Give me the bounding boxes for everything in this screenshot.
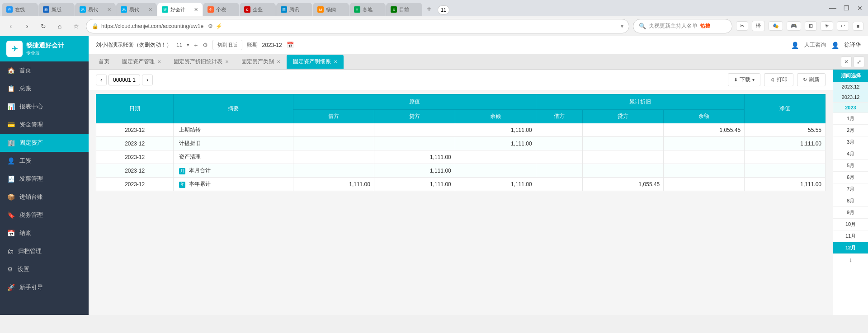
add-account-btn[interactable]: + — [194, 42, 198, 49]
browser-tab-gs[interactable]: 个 个税 — [203, 3, 239, 16]
tab-fixed-asset-mgmt-close[interactable]: ✕ — [157, 59, 161, 64]
page-expand-button[interactable]: ⤢ — [854, 56, 864, 67]
sidebar-item-tax-mgmt[interactable]: 🔖 税务管理 — [0, 206, 89, 224]
window-restore[interactable]: ❐ — [840, 2, 853, 14]
period-month-2[interactable]: 2月 — [833, 125, 868, 136]
tab-close-yd1[interactable]: ✕ — [107, 7, 111, 13]
notification-badge[interactable]: 11 — [438, 5, 449, 14]
tab-label-qy: 企业 — [253, 6, 263, 13]
browser-tab-qy[interactable]: C 企业 — [240, 3, 276, 16]
nav-back[interactable]: ‹ — [5, 20, 17, 33]
sidebar-item-fixed-assets[interactable]: 🏢 固定资产 — [0, 134, 89, 152]
sidebar-item-archive-mgmt[interactable]: 🗂 归档管理 — [0, 242, 89, 260]
nav-home[interactable]: ⌂ — [53, 20, 66, 33]
period-month-6[interactable]: 6月 — [833, 172, 868, 183]
row1-accum-debit — [536, 123, 583, 137]
calendar-icon[interactable]: 📅 — [287, 42, 294, 48]
sidebar-item-close-account[interactable]: 📅 结账 — [0, 224, 89, 242]
search-bar[interactable]: 🔍 央视更新主持人名单 热搜 — [633, 19, 732, 33]
sidebar-item-new-guide[interactable]: 🚀 新手引导 — [0, 278, 89, 296]
period-month-12[interactable]: 12月 — [833, 242, 868, 254]
undo-btn[interactable]: ↩ — [837, 21, 849, 31]
page-close-button[interactable]: ✕ — [841, 56, 852, 67]
nav-bookmark[interactable]: ☆ — [70, 20, 82, 33]
game-btn[interactable]: 🎮 — [787, 21, 801, 31]
sidebar-item-general-ledger[interactable]: 📋 总账 — [0, 80, 89, 98]
sidebar-item-invoice-mgmt[interactable]: 🧾 发票管理 — [0, 170, 89, 188]
browser-tab-tx[interactable]: 腾 腾讯 — [276, 3, 312, 16]
browser-tab-cg[interactable]: M 畅购 — [313, 3, 349, 16]
browser-tab-yd2[interactable]: 易 易代 ✕ — [116, 3, 157, 16]
download-button[interactable]: ⬇ 下载 ▾ — [728, 73, 760, 86]
row1-orig-balance: 1,111.00 — [455, 123, 536, 137]
refresh-button[interactable]: ↻ 刷新 — [797, 73, 826, 86]
new-tab-button[interactable]: + — [423, 3, 435, 15]
sidebar-item-payroll[interactable]: 👤 工资 — [0, 152, 89, 170]
address-field[interactable]: 🔒 https://cloud.chanjet.com/accounting/u… — [86, 19, 629, 33]
next-page-button[interactable]: › — [142, 75, 153, 85]
service-label[interactable]: 人工咨询 — [804, 41, 826, 49]
window-minimize[interactable]: — — [826, 2, 839, 14]
sidebar-item-settings[interactable]: ⚙ 设置 — [0, 260, 89, 278]
switch-version-button[interactable]: 切到旧版 — [212, 40, 242, 50]
row4-orig-debit — [293, 164, 374, 178]
tab-fixed-asset-cat[interactable]: 固定资产类别 ✕ — [235, 55, 287, 69]
print-button[interactable]: 🖨 打印 — [764, 73, 793, 86]
page-number-input[interactable] — [108, 75, 140, 85]
emoji-btn[interactable]: 🎭 — [769, 21, 783, 31]
header-accumulated-depreciation: 累计折旧 — [536, 94, 745, 110]
period-month-3[interactable]: 3月 — [833, 136, 868, 148]
tab-label-gd: 各地 — [363, 6, 373, 13]
browser-tab-yd1[interactable]: 易 易代 ✕ — [75, 3, 116, 16]
period-year-header: 2023 — [833, 103, 868, 113]
row4-accum-debit — [536, 164, 583, 178]
period-month-9[interactable]: 9月 — [833, 207, 868, 219]
tab-close-yd2[interactable]: ✕ — [148, 7, 152, 13]
tab-fixed-asset-detail-close[interactable]: ✕ — [334, 59, 337, 64]
sidebar-item-home[interactable]: 🏠 首页 — [0, 61, 89, 80]
settings2-icon[interactable]: ⚙ — [203, 42, 208, 48]
period-month-7[interactable]: 7月 — [833, 183, 868, 195]
browser-tab-hjj[interactable]: 好 好会计 ✕ — [157, 3, 203, 16]
period-month-4[interactable]: 4月 — [833, 148, 868, 160]
sidebar-item-purchase-sales[interactable]: 📦 进销台账 — [0, 188, 89, 206]
row5-accum-credit: 1,055.45 — [583, 178, 664, 191]
browser-tab-xb[interactable]: 新 新版 — [38, 3, 75, 16]
window-close[interactable]: ✕ — [854, 2, 866, 14]
tab-fixed-asset-mgmt[interactable]: 固定资产管理 ✕ — [116, 55, 167, 69]
browser-tab-gd[interactable]: ≡ 各地 — [349, 3, 386, 16]
period-selected-2[interactable]: 2023.12 — [833, 92, 868, 103]
tab-fixed-asset-depr[interactable]: 固定资产折旧统计表 ✕ — [167, 55, 235, 69]
period-month-10[interactable]: 10月 — [833, 219, 868, 230]
period-selected-1[interactable]: 2023.12 — [833, 82, 868, 92]
table-row: 2023-12 上期结转 1,111.00 1,055.45 55.55 — [96, 123, 826, 137]
account-dropdown-icon[interactable]: ▾ — [187, 42, 189, 48]
browser-tab-zx[interactable]: 在 在线 — [2, 3, 38, 16]
sidebar-item-fund-mgmt[interactable]: 💳 资金管理 — [0, 116, 89, 134]
tab-bar: 在 在线 新 新版 易 易代 ✕ 易 易代 ✕ 好 好会计 ✕ 个 个税 — [0, 0, 868, 16]
grid-btn[interactable]: ⊞ — [805, 21, 817, 31]
menu-btn[interactable]: ≡ — [853, 22, 863, 31]
nav-forward[interactable]: › — [21, 20, 33, 33]
sidebar-item-reports[interactable]: 📊 报表中心 — [0, 98, 89, 116]
brightness-btn[interactable]: ☀ — [821, 21, 833, 31]
period-month-11[interactable]: 11月 — [833, 230, 868, 242]
prev-page-button[interactable]: ‹ — [96, 75, 107, 85]
translate-btn[interactable]: ✂ — [736, 21, 748, 31]
browser-tab-mr[interactable]: S 目前 — [386, 3, 422, 16]
translate2-btn[interactable]: 译 — [752, 21, 765, 31]
address-dropdown-icon[interactable]: ▾ — [621, 23, 623, 29]
period-month-5[interactable]: 5月 — [833, 160, 868, 172]
account-count: 11 — [176, 42, 182, 48]
period-month-1[interactable]: 1月 — [833, 113, 868, 125]
nav-refresh[interactable]: ↻ — [37, 20, 50, 33]
tab-fixed-asset-depr-close[interactable]: ✕ — [225, 59, 229, 64]
tab-home[interactable]: 首页 — [92, 55, 116, 69]
top-bar: 刘小艳演示账套（勿删勿动！） 11 ▾ + ⚙ 切到旧版 账期 2023-12 … — [89, 36, 868, 54]
period-month-8[interactable]: 8月 — [833, 195, 868, 207]
tab-fixed-asset-cat-close[interactable]: ✕ — [277, 59, 280, 64]
period-scroll-down[interactable]: ↓ — [833, 254, 868, 266]
period-panel: 期间选择 2023.12 2023.12 2023 1月 2月 3月 4月 5月… — [833, 70, 868, 315]
tab-close-hjj[interactable]: ✕ — [194, 7, 198, 13]
tab-fixed-asset-detail[interactable]: 固定资产明细账 ✕ — [287, 55, 344, 69]
